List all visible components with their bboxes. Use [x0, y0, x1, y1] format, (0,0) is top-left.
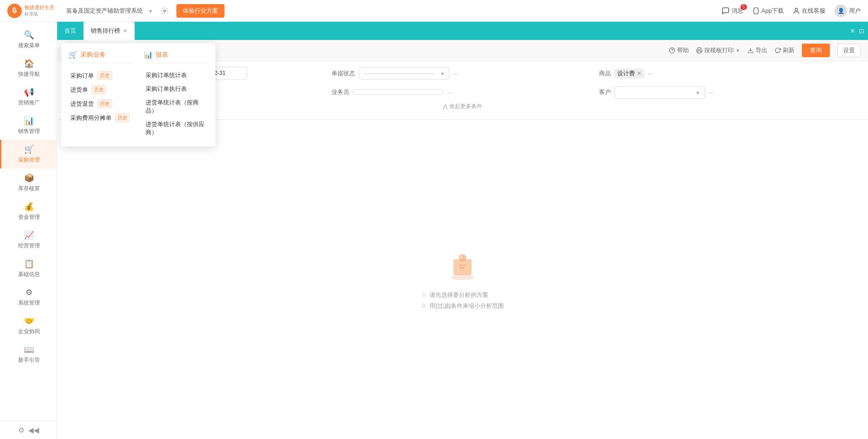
sidebar-item-label: 采购管理 — [18, 156, 40, 164]
tab-bar: 首页 销售排行榜 ✕ ✕ ⊡ — [57, 22, 868, 40]
empty-text: ① 请先选择要分析的方案 ② 用[过滤]条件来缩小分析范围 — [421, 290, 503, 311]
customer-dots[interactable]: ··· — [709, 89, 714, 96]
svg-rect-6 — [698, 51, 701, 53]
menu-item-incoming[interactable]: 进货单 历史 — [68, 83, 133, 97]
online-service-label: 在线客服 — [802, 7, 825, 15]
purchase-business-icon: 🛒 — [68, 50, 78, 59]
guide-icon: 📖 — [24, 345, 34, 355]
sidebar-item-label: 企业协同 — [18, 328, 40, 335]
query-btn[interactable]: 查询 — [802, 44, 830, 57]
sidebar-item-label: 资金管理 — [18, 213, 40, 221]
print-chevron[interactable]: ▼ — [736, 48, 740, 53]
refresh-btn[interactable]: 刷新 — [775, 46, 795, 54]
message-btn[interactable]: 消息 5 — [722, 7, 743, 15]
sidebar-item-guide[interactable]: 📖 新手引导 — [0, 340, 57, 369]
message-badge: 5 — [741, 4, 747, 10]
sidebar-item-label: 快捷导航 — [18, 70, 40, 78]
filter-doc-status: 单据状态 ───────────────── ··· — [332, 67, 593, 79]
sidebar-item-purchase[interactable]: 🛒 采购管理 — [0, 140, 57, 168]
doc-status-select[interactable]: ───────────────── — [359, 67, 449, 79]
sidebar-item-enterprise[interactable]: 🤝 企业协同 — [0, 311, 57, 340]
basic-info-icon: 📋 — [24, 259, 34, 269]
sidebar-item-marketing[interactable]: 📢 营销推广 — [0, 83, 57, 111]
export-btn[interactable]: 导出 — [747, 46, 767, 54]
sidebar-item-label: 销售管理 — [18, 128, 40, 135]
industry-btn[interactable]: 体验行业方案 — [176, 4, 224, 18]
settings-btn[interactable]: 设置 — [837, 44, 861, 57]
user-btn[interactable]: 👤 用户 — [834, 5, 861, 17]
finance-icon: 💰 — [24, 202, 34, 212]
tab-close-btn[interactable]: ✕ — [123, 28, 127, 34]
sidebar-collapse-btn[interactable]: ◀◀ — [28, 426, 39, 434]
sidebar-item-label: 新手引导 — [18, 356, 40, 364]
svg-point-0 — [164, 10, 166, 12]
sidebar-settings-btn[interactable]: ⚙ — [18, 426, 24, 434]
menu-item-expense[interactable]: 采购费用分摊单 历史 — [68, 111, 133, 125]
sidebar-item-sales[interactable]: 📊 销售管理 — [0, 111, 57, 140]
sidebar-item-label: 经营管理 — [18, 242, 40, 250]
doc-status-label: 单据状态 — [332, 69, 355, 78]
empty-hint-2: ② 用[过滤]条件来缩小分析范围 — [421, 301, 503, 311]
refresh-label: 刷新 — [783, 46, 795, 54]
hist-tag-expense[interactable]: 历史 — [115, 113, 130, 122]
menu-item-return[interactable]: 进货退货 历史 — [68, 97, 133, 111]
tab-home[interactable]: 首页 — [57, 22, 83, 40]
menu-item-order-stats[interactable]: 采购订单统计表 — [144, 69, 208, 82]
menu-col-report: 📊 报表 采购订单统计表 采购订单执行表 进货单统计表（按商品） 进货单统计表（… — [144, 50, 208, 139]
search-icon: 🔍 — [24, 30, 34, 40]
system-icon: ⚙ — [25, 287, 33, 297]
print-btn[interactable]: 按模板打印 ▼ — [696, 46, 740, 54]
online-service-btn[interactable]: 在线客服 — [793, 7, 825, 15]
salesperson-label: 业务员 — [332, 88, 349, 96]
tab-bar-close-area: ✕ ⊡ — [850, 27, 864, 35]
purchase-icon: 🛒 — [24, 144, 34, 154]
top-bar-actions: 消息 5 App下载 在线客服 👤 用户 — [722, 5, 861, 17]
operations-icon: 📈 — [24, 230, 34, 240]
sidebar-item-label: 营销推广 — [18, 99, 40, 107]
sidebar-item-quick-nav[interactable]: 🏠 快捷导航 — [0, 54, 57, 83]
collapse-icon: ⋀ — [443, 104, 448, 110]
sidebar-item-system[interactable]: ⚙ 系统管理 — [0, 283, 57, 311]
menu-item-incoming-stats-supplier[interactable]: 进货单统计表（按供应商） — [144, 118, 208, 139]
help-btn[interactable]: 帮助 — [669, 46, 689, 54]
hist-tag-return[interactable]: 历史 — [98, 99, 112, 108]
settings-icon-btn[interactable] — [158, 5, 171, 17]
hist-tag-incoming[interactable]: 历史 — [92, 85, 106, 94]
customer-select[interactable] — [614, 86, 705, 99]
purchase-dropdown-menu: 🛒 采购业务 采购订单 历史 进货单 历史 进货退货 历史 采购费用分摊单 历史 — [61, 43, 215, 147]
tab-sales-ranking-label: 销售排行榜 — [91, 27, 120, 35]
app-download-btn[interactable]: App下载 — [752, 7, 784, 15]
filter-goods: 商品 设计费 ✕ ··· — [599, 69, 861, 79]
logo-text-area: 畅捷通好生意 标准版 — [24, 4, 54, 17]
sales-icon: 📊 — [24, 116, 34, 126]
customer-label: 客户 — [599, 88, 611, 96]
app-container: 6 畅捷通好生意 标准版 装备及固定资产辅助管理系统 体验行业方案 消息 5 — [0, 0, 868, 439]
salesperson-dots[interactable]: ··· — [447, 89, 452, 96]
svg-point-8 — [451, 275, 474, 280]
goods-tag-close[interactable]: ✕ — [637, 70, 642, 77]
sidebar-item-basic-info[interactable]: 📋 基础信息 — [0, 254, 57, 283]
top-bar: 6 畅捷通好生意 标准版 装备及固定资产辅助管理系统 体验行业方案 消息 5 — [0, 0, 868, 22]
home-icon: 🏠 — [24, 59, 34, 69]
menu-item-purchase-order[interactable]: 采购订单 历史 — [68, 69, 133, 83]
menu-item-incoming-stats-goods[interactable]: 进货单统计表（按商品） — [144, 96, 208, 118]
menu-col-business-title: 🛒 采购业务 — [68, 50, 133, 63]
sidebar-item-operations[interactable]: 📈 经营管理 — [0, 226, 57, 254]
sidebar-item-search[interactable]: 🔍 搜索菜单 — [0, 25, 57, 54]
system-dropdown-btn[interactable] — [148, 7, 153, 14]
menu-item-order-exec[interactable]: 采购订单执行表 — [144, 82, 208, 96]
menu-col-report-title: 📊 报表 — [144, 50, 208, 63]
hist-tag-purchase-order[interactable]: 历史 — [98, 71, 112, 80]
tab-close-all-btn[interactable]: ✕ — [850, 27, 855, 35]
goods-dots[interactable]: ··· — [648, 70, 653, 77]
tab-maximize-btn[interactable]: ⊡ — [859, 27, 864, 35]
doc-status-dots[interactable]: ··· — [453, 70, 458, 77]
salesperson-select[interactable] — [353, 89, 444, 95]
sidebar-item-inventory[interactable]: 📦 库存核算 — [0, 168, 57, 197]
tab-home-label: 首页 — [64, 27, 76, 35]
tab-sales-ranking[interactable]: 销售排行榜 ✕ — [83, 22, 135, 40]
svg-point-3 — [795, 8, 797, 10]
logo-icon: 6 — [7, 4, 22, 18]
marketing-icon: 📢 — [24, 87, 34, 97]
sidebar-item-finance[interactable]: 💰 资金管理 — [0, 197, 57, 226]
